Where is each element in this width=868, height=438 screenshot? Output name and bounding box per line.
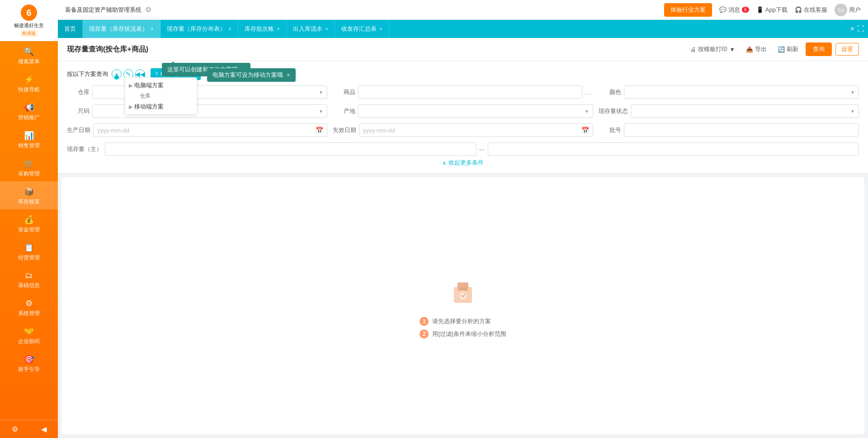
stock-main-max-input[interactable] xyxy=(488,142,859,156)
tab-in-out-flow[interactable]: 出入库流水 × xyxy=(287,20,335,38)
stock-main-min-input[interactable] xyxy=(105,142,476,156)
system-title: 装备及固定资产辅助管理系统 xyxy=(65,6,142,14)
tab-recv-summary[interactable]: 收发存汇总表 × xyxy=(335,20,389,38)
prod-date-input[interactable]: yyyy-mm-dd 📅 xyxy=(93,123,327,137)
in-out-flow-tab-close[interactable]: × xyxy=(325,26,328,32)
stock-status-tab-close[interactable]: × xyxy=(151,26,154,32)
tab-home[interactable]: 首页 xyxy=(58,20,83,38)
sidebar-item-ops[interactable]: 📋 经营管理 xyxy=(0,237,58,265)
batch-label: 批号 xyxy=(599,126,621,134)
edit-icon: ✎ xyxy=(126,71,131,78)
scheme-tree-mobile-label: 移动端方案 xyxy=(134,103,164,111)
stock-main-sep: — xyxy=(479,146,485,153)
settings-gear-icon[interactable]: ⚙ xyxy=(145,5,151,14)
tab-expand-button[interactable]: ⛶ xyxy=(857,25,864,33)
warehouse-label: 仓库 xyxy=(67,88,90,96)
expire-date-input[interactable]: yyyy-mm-dd 📅 xyxy=(359,123,593,137)
filter-group-warehouse: 仓库 ▼ xyxy=(67,85,327,99)
tab-stock-status[interactable]: 现存量（库存状况表） × xyxy=(83,20,160,38)
expire-date-calendar-icon: 📅 xyxy=(581,127,589,134)
filter-group-prod-date: 生产日期 yyyy-mm-dd 📅 xyxy=(67,123,327,137)
goods-select[interactable] xyxy=(358,85,582,99)
main-content: 装备及固定资产辅助管理系统 ⚙ 体验行业方案 💬 消息 6 📱 App下载 🎧 … xyxy=(58,0,868,438)
collapse-button[interactable]: ◀ xyxy=(41,425,47,433)
sidebar-item-guide[interactable]: 🎯 新手引导 xyxy=(0,349,58,377)
refresh-icon: 🔄 xyxy=(778,46,785,53)
message-icon: 💬 xyxy=(719,6,726,13)
set-button[interactable]: 设置 xyxy=(835,43,859,56)
empty-illustration xyxy=(445,273,481,310)
sidebar: 6 畅捷通好生意 标准版 🔍 搜索菜单 ⚡ 快捷导航 📢 营销推广 📊 销售管理… xyxy=(0,0,58,438)
tooltip-close[interactable]: × xyxy=(287,71,290,79)
basic-icon: 🗂 xyxy=(25,271,33,280)
sidebar-item-purchase[interactable]: 🛒 采购管理 xyxy=(0,153,58,181)
sidebar-item-finance[interactable]: 💰 资金管理 xyxy=(0,209,58,237)
query-button[interactable]: 查询 xyxy=(806,42,832,56)
sidebar-item-sales[interactable]: 📊 销售管理 xyxy=(0,125,58,153)
sidebar-item-collab[interactable]: 🤝 企业协同 xyxy=(0,321,58,349)
back-arrow-icon: ◀◀ xyxy=(135,71,145,78)
sidebar-item-basic[interactable]: 🗂 基础信息 xyxy=(0,265,58,293)
user-label: 用户 xyxy=(849,6,861,14)
tab-batch-ledger[interactable]: 库存批次账 × xyxy=(238,20,287,38)
scheme-tree-warehouse-sub: 仓库 xyxy=(125,91,197,101)
sidebar-item-quick-nav[interactable]: ⚡ 快捷导航 xyxy=(0,69,58,97)
dot-indicator xyxy=(114,75,119,80)
stock-state-select[interactable]: ▼ xyxy=(631,104,859,118)
scheme-tag-tooltip[interactable]: ? xyxy=(155,71,158,77)
recv-summary-tab-close[interactable]: × xyxy=(379,26,382,32)
stock-dist-tab-label: 现存量（库存分布表） xyxy=(167,25,226,33)
add-scheme-button[interactable]: + xyxy=(112,69,122,79)
sidebar-item-search[interactable]: 🔍 搜索菜单 xyxy=(0,41,58,69)
sidebar-item-system[interactable]: ⚙ 系统管理 xyxy=(0,293,58,321)
sidebar-item-inventory[interactable]: 📦 库存核算 xyxy=(0,181,58,209)
goods-label: 商品 xyxy=(333,88,355,96)
message-badge: 6 xyxy=(742,7,749,13)
page-actions: 🖨 按模板打印 ▼ 📤 导出 🔄 刷新 查询 设置 xyxy=(687,42,859,56)
svg-rect-1 xyxy=(458,283,468,289)
print-button[interactable]: 🖨 按模板打印 ▼ xyxy=(687,43,739,55)
stock-main-label: 现存量（主） xyxy=(67,145,102,153)
expire-date-placeholder: yyyy-mm-dd xyxy=(363,127,395,134)
industry-button[interactable]: 体验行业方案 xyxy=(664,3,712,17)
export-button[interactable]: 📤 导出 xyxy=(742,43,770,55)
collapse-label: 收起更多条件 xyxy=(448,159,484,167)
print-icon: 🖨 xyxy=(690,46,696,53)
stock-state-arrow-icon: ▼ xyxy=(850,109,855,114)
prod-date-label: 生产日期 xyxy=(67,126,90,134)
online-support-button[interactable]: 🎧 在线客服 xyxy=(795,6,827,14)
export-icon: 📤 xyxy=(746,46,753,53)
collapse-btn[interactable]: ∧ 收起更多条件 xyxy=(67,156,859,169)
tab-close-all-button[interactable]: × xyxy=(850,25,854,33)
tab-stock-dist[interactable]: 现存量（库存分布表） × xyxy=(160,20,238,38)
header-right: 体验行业方案 💬 消息 6 📱 App下载 🎧 在线客服 Ea 用户 xyxy=(664,3,861,17)
scheme-tree-mobile[interactable]: ▶ 移动端方案 xyxy=(125,101,197,113)
color-select[interactable]: ▼ xyxy=(624,85,859,99)
scheme-tree-desktop[interactable]: ▶ 电脑端方案 xyxy=(125,80,197,91)
scheme-tree: ▶ 电脑端方案 仓库 ▶ 移动端方案 xyxy=(125,77,197,115)
settings-button[interactable]: ⚙ xyxy=(12,425,18,433)
scheme-tooltip-container: 电脑方案可设为移动方案哦 × xyxy=(207,68,296,82)
scheme-tree-desktop-label: 电脑端方案 xyxy=(134,81,164,89)
sidebar-item-marketing[interactable]: 📢 营销推广 xyxy=(0,97,58,125)
refresh-button[interactable]: 🔄 刷新 xyxy=(774,43,802,55)
filter-group-stock-state: 现存量状态 ▼ xyxy=(599,104,859,118)
page-header: 现存量查询(按仓库+商品) 🖨 按模板打印 ▼ 📤 导出 🔄 刷新 查询 设置 xyxy=(58,38,868,61)
sidebar-logo: 6 畅捷通好生意 标准版 xyxy=(0,0,58,41)
purchase-icon: 🛒 xyxy=(24,159,34,169)
batch-ledger-tab-close[interactable]: × xyxy=(277,26,280,32)
app-download-button[interactable]: 📱 App下载 xyxy=(756,6,788,14)
stock-dist-tab-close[interactable]: × xyxy=(228,26,231,32)
user-menu[interactable]: Ea 用户 xyxy=(835,4,861,16)
batch-input[interactable] xyxy=(624,123,859,137)
scheme-tooltip: 电脑方案可设为移动方案哦 × xyxy=(207,68,296,82)
tree-arrow-icon: ▶ xyxy=(129,83,132,89)
filter-group-origin: 产地 ▼ xyxy=(333,104,593,118)
step1-text: 请先选择要分析的方案 xyxy=(432,317,491,325)
message-button[interactable]: 💬 消息 6 xyxy=(719,6,749,14)
expire-date-label: 失效日期 xyxy=(333,126,356,134)
origin-select[interactable]: ▼ xyxy=(358,104,593,118)
finance-icon: 💰 xyxy=(24,215,34,225)
goods-more-button[interactable]: ... xyxy=(585,89,593,96)
recv-summary-tab-label: 收发存汇总表 xyxy=(341,25,377,33)
